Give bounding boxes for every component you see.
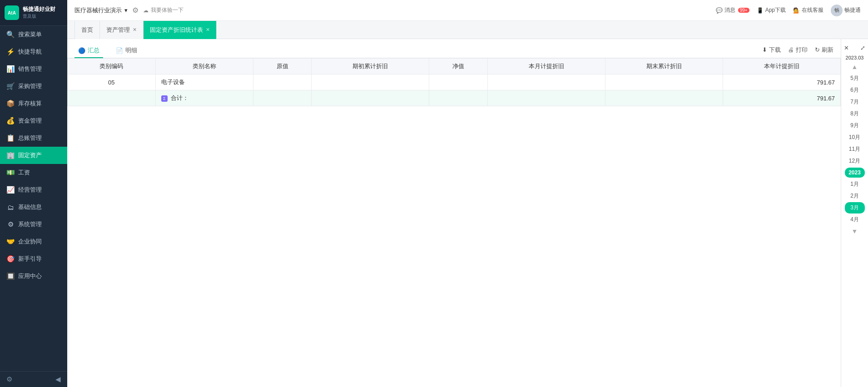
message-badge: 99+	[738, 8, 749, 13]
nav-icon-fixed-assets: 🏢	[6, 151, 15, 159]
panel-close-icon[interactable]: ✕	[844, 45, 849, 51]
sidebar-item-guide[interactable]: 🎯新手引导	[0, 250, 67, 268]
online-service-btn[interactable]: 💁 在线客服	[793, 6, 823, 14]
cell-end-acc	[605, 74, 723, 90]
col-end-acc: 期末累计折旧	[605, 59, 723, 74]
topbar-settings-icon[interactable]: ⚙	[132, 6, 139, 15]
month-9[interactable]: 9月	[845, 120, 865, 131]
year-marker[interactable]: 2023	[845, 168, 865, 178]
months-current-list: 1月 2月 3月 4月	[845, 178, 865, 226]
right-date-panel: ✕ ⤢ 2023.03 ▲ 5月 6月 7月 8月 9月 10月 11月 12月…	[841, 39, 868, 387]
col-code: 类别编码	[68, 59, 156, 74]
month-10[interactable]: 10月	[845, 132, 865, 143]
cell-begin-acc	[312, 74, 429, 90]
cell-code: 05	[68, 74, 156, 90]
service-icon: 💁	[793, 7, 800, 14]
month-7[interactable]: 7月	[845, 96, 865, 108]
nav-icon-fund: 💰	[6, 117, 15, 125]
experience-btn[interactable]: ☁ 我要体验一下	[143, 6, 184, 14]
app-icon: 📱	[757, 7, 764, 14]
cell-monthly	[487, 74, 605, 90]
tab-close-depreciation[interactable]: ✕	[206, 27, 210, 33]
tab-depreciation-report[interactable]: 固定资产折旧统计表 ✕	[144, 21, 217, 39]
depreciation-table: 类别编码 类别名称 原值 期初累计折旧 净值 本月计提折旧 期末累计折旧 本年计…	[67, 58, 841, 106]
col-original: 原值	[253, 59, 312, 74]
nav-icon-ops: 📈	[6, 186, 15, 194]
nav-label-payroll: 工资	[18, 169, 30, 177]
panel-header: ✕ ⤢	[841, 43, 868, 53]
print-icon: 🖨	[788, 46, 794, 53]
app-download-btn[interactable]: 📱 App下载	[757, 6, 786, 14]
sub-tab-detail[interactable]: 📄 明细	[112, 44, 141, 58]
company-selector[interactable]: 医疗器械行业演示 ▾	[74, 6, 128, 15]
sidebar-item-app-center[interactable]: 🔲应用中心	[0, 268, 67, 285]
nav-label-search: 搜索菜单	[18, 30, 42, 39]
month-11[interactable]: 11月	[845, 144, 865, 155]
content-area: 🔵 汇总 📄 明细 ⬇ 下载 🖨 打印	[67, 39, 841, 387]
user-profile[interactable]: 畅 畅捷通	[831, 5, 861, 16]
refresh-icon: ↻	[815, 46, 820, 53]
cell-net	[429, 74, 487, 90]
nav-down-arrow[interactable]: ▼	[850, 226, 860, 237]
tab-bar: 首页 资产管理 ✕ 固定资产折旧统计表 ✕	[67, 21, 868, 39]
print-btn[interactable]: 🖨 打印	[788, 46, 808, 54]
nav-label-sales: 销售管理	[18, 65, 42, 73]
month-2[interactable]: 2月	[845, 190, 865, 202]
cell-name: 电子设备	[155, 74, 253, 90]
sub-tab-summary[interactable]: 🔵 汇总	[74, 44, 103, 58]
month-4[interactable]: 4月	[845, 214, 865, 225]
sidebar-item-ops[interactable]: 📈经营管理	[0, 181, 67, 198]
sidebar-footer: ⚙ ◀	[0, 371, 67, 387]
nav-icon-app-center: 🔲	[6, 272, 15, 280]
messages-btn[interactable]: 💬 消息 99+	[716, 6, 749, 14]
download-btn[interactable]: ⬇ 下载	[762, 46, 781, 54]
sidebar-item-ledger[interactable]: 📋总账管理	[0, 129, 67, 147]
summary-end-acc	[605, 90, 723, 106]
settings-icon[interactable]: ⚙	[6, 375, 12, 383]
nav-label-purchase: 采购管理	[18, 82, 42, 90]
nav-label-ops: 经营管理	[18, 186, 42, 194]
cloud-icon: ☁	[143, 7, 149, 14]
tab-asset-mgmt[interactable]: 资产管理 ✕	[100, 21, 144, 39]
summary-monthly	[487, 90, 605, 106]
summary-label-cell	[68, 90, 156, 106]
nav-icon-ledger: 📋	[6, 134, 15, 142]
col-monthly: 本月计提折旧	[487, 59, 605, 74]
sidebar-item-purchase[interactable]: 🛒采购管理	[0, 78, 67, 95]
month-3-active[interactable]: 3月	[845, 202, 865, 213]
tab-home[interactable]: 首页	[74, 21, 100, 39]
nav-icon-payroll: 💵	[6, 169, 15, 177]
nav-label-base-info: 基础信息	[18, 203, 42, 211]
sidebar-item-sys-mgmt[interactable]: ⚙系统管理	[0, 216, 67, 233]
sidebar-item-enterprise[interactable]: 🤝企业协同	[0, 233, 67, 250]
nav-icon-base-info: 🗂	[6, 203, 15, 211]
nav-label-enterprise: 企业协同	[18, 238, 42, 246]
sidebar-item-sales[interactable]: 📊销售管理	[0, 60, 67, 78]
refresh-btn[interactable]: ↻ 刷新	[815, 46, 833, 54]
sidebar-item-inventory[interactable]: 📦库存核算	[0, 95, 67, 112]
month-12[interactable]: 12月	[845, 155, 865, 167]
col-annual: 本年计提折旧	[723, 59, 840, 74]
nav-icon-sys-mgmt: ⚙	[6, 220, 15, 228]
sidebar-item-fixed-assets[interactable]: 🏢固定资产	[0, 147, 67, 164]
month-6[interactable]: 6月	[845, 84, 865, 96]
summary-original	[253, 90, 312, 106]
sidebar-item-search[interactable]: 🔍搜索菜单	[0, 26, 67, 43]
nav-up-arrow[interactable]: ▲	[850, 61, 860, 72]
summary-icon: Σ	[161, 95, 168, 102]
nav-label-guide: 新手引导	[18, 255, 42, 263]
sidebar-item-quick-nav[interactable]: ⚡快捷导航	[0, 43, 67, 60]
main-content: 医疗器械行业演示 ▾ ⚙ ☁ 我要体验一下 💬 消息 99+ 📱 App下载 💁…	[67, 0, 868, 387]
nav-label-fund: 资金管理	[18, 117, 42, 125]
sidebar-item-base-info[interactable]: 🗂基础信息	[0, 198, 67, 216]
panel-expand-icon[interactable]: ⤢	[860, 45, 865, 51]
sidebar-item-payroll[interactable]: 💵工资	[0, 164, 67, 181]
month-8[interactable]: 8月	[845, 108, 865, 119]
col-name: 类别名称	[155, 59, 253, 74]
month-1[interactable]: 1月	[845, 179, 865, 190]
collapse-icon[interactable]: ◀	[55, 375, 61, 383]
sidebar-item-fund[interactable]: 💰资金管理	[0, 112, 67, 129]
nav-label-inventory: 库存核算	[18, 99, 42, 108]
tab-close-asset-mgmt[interactable]: ✕	[133, 27, 137, 33]
month-5[interactable]: 5月	[845, 73, 865, 84]
